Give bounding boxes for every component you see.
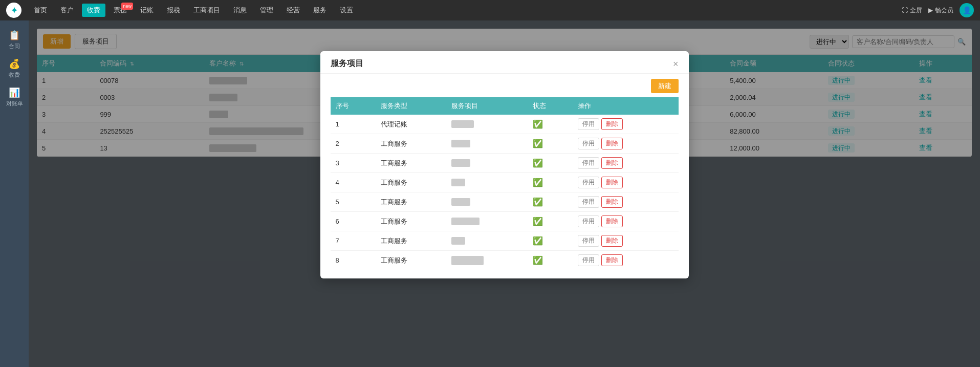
modal-close-button[interactable]: × (673, 59, 679, 69)
member-button[interactable]: ▶ 畅会员 (928, 6, 953, 15)
modal-cell-status: ✅ (528, 231, 573, 251)
nav-item-commerce[interactable]: 工商项目 (188, 4, 225, 17)
modal-overlay: 服务项目 × 新建 序号 服务类型 服务项目 状态 操作 (29, 20, 980, 367)
nav-item-tax[interactable]: 报税 (162, 4, 185, 17)
delete-button[interactable]: 删除 (601, 196, 623, 208)
modal-cell-item: ████注册 (446, 251, 528, 270)
modal-cell-item: ████1 (446, 115, 528, 134)
modal-cell-action: 停用 删除 (573, 231, 679, 251)
status-check-icon: ✅ (533, 256, 543, 265)
modal-cell-seq: 2 (331, 134, 376, 154)
delete-button[interactable]: 删除 (601, 157, 623, 169)
list-item: 4 工商服务 ███ ✅ 停用 删除 (331, 173, 679, 192)
delete-button[interactable]: 删除 (601, 138, 623, 149)
stop-button[interactable]: 停用 (578, 138, 599, 149)
nav-item-home[interactable]: 首页 (29, 4, 52, 17)
sidebar-item-fee[interactable]: 💰 收费 (0, 54, 29, 83)
modal-cell-type: 工商服务 (376, 192, 446, 212)
list-item: 5 工商服务 ████ ✅ 停用 删除 (331, 192, 679, 212)
modal-cell-type: 工商服务 (376, 251, 446, 270)
list-item: 8 工商服务 ████注册 ✅ 停用 删除 (331, 251, 679, 270)
modal-cell-item: ███ (446, 173, 528, 192)
modal-cell-status: ✅ (528, 115, 573, 134)
modal-cell-status: ✅ (528, 212, 573, 231)
stop-button[interactable]: 停用 (578, 118, 599, 130)
nav-item-settings[interactable]: 设置 (335, 4, 358, 17)
avatar[interactable]: 👤 (960, 3, 974, 17)
modal-cell-item: ████ (446, 154, 528, 173)
status-check-icon: ✅ (533, 236, 543, 245)
status-check-icon: ✅ (533, 120, 543, 128)
modal-cell-item: ████ (446, 192, 528, 212)
modal-cell-seq: 6 (331, 212, 376, 231)
modal-cell-status: ✅ (528, 173, 573, 192)
nav-right-area: ⛶ 全屏 ▶ 畅会员 👤 (902, 3, 974, 17)
modal-header: 服务项目 × (320, 51, 689, 74)
status-check-icon: ✅ (533, 139, 543, 148)
nav-item-operation[interactable]: 经营 (281, 4, 305, 17)
modal-cell-action: 停用 删除 (573, 115, 679, 134)
modal-cell-action: 停用 删除 (573, 173, 679, 192)
modal-col-seq: 序号 (331, 97, 376, 115)
delete-button[interactable]: 删除 (601, 235, 623, 247)
modal-cell-action: 停用 删除 (573, 134, 679, 154)
modal-cell-action: 停用 删除 (573, 154, 679, 173)
delete-button[interactable]: 删除 (601, 254, 623, 266)
modal-cell-type: 工商服务 (376, 154, 446, 173)
modal-cell-item: ███ (446, 231, 528, 251)
nav-item-service[interactable]: 服务 (308, 4, 332, 17)
main-content: 新增 服务项目 进行中 已终止 全部 🔍 序号 合同编码 ⇅ 客户名称 ⇅ 服务… (29, 20, 980, 367)
fullscreen-icon: ⛶ (902, 7, 908, 14)
modal-add-button[interactable]: 新建 (651, 79, 679, 93)
stop-button[interactable]: 停用 (578, 196, 599, 208)
stop-button[interactable]: 停用 (578, 157, 599, 169)
status-check-icon: ✅ (533, 198, 543, 206)
modal-cell-status: ✅ (528, 134, 573, 154)
stop-button[interactable]: 停用 (578, 177, 599, 188)
list-item: 1 代理记账 ████1 ✅ 停用 删除 (331, 115, 679, 134)
reconciliation-icon: 📊 (9, 87, 20, 98)
stop-button[interactable]: 停用 (578, 254, 599, 266)
list-item: 2 工商服务 ████ ✅ 停用 删除 (331, 134, 679, 154)
modal-cell-action: 停用 删除 (573, 251, 679, 270)
modal-cell-action: 停用 删除 (573, 192, 679, 212)
delete-button[interactable]: 删除 (601, 118, 623, 130)
modal-cell-status: ✅ (528, 251, 573, 270)
status-check-icon: ✅ (533, 178, 543, 187)
modal-body: 序号 服务类型 服务项目 状态 操作 1 代理记账 ████1 ✅ 停用 删除 … (320, 97, 689, 278)
app-logo: ✦ (6, 3, 21, 18)
modal-cell-type: 工商服务 (376, 212, 446, 231)
modal-cell-type: 工商服务 (376, 134, 446, 154)
sidebar-item-reconciliation[interactable]: 📊 对账单 (0, 83, 29, 112)
nav-item-bookkeeping[interactable]: 记账 (135, 4, 159, 17)
modal-cell-type: 代理记账 (376, 115, 446, 134)
nav-item-client[interactable]: 客户 (55, 4, 79, 17)
fullscreen-button[interactable]: ⛶ 全屏 (902, 6, 922, 15)
modal-cell-action: 停用 删除 (573, 212, 679, 231)
top-navigation: ✦ 首页 客户 收费 票据 new 记账 报税 工商项目 消息 管理 经营 服务… (0, 0, 980, 20)
modal-col-status: 状态 (528, 97, 573, 115)
list-item: 7 工商服务 ███ ✅ 停用 删除 (331, 231, 679, 251)
fee-icon: 💰 (9, 58, 20, 70)
modal-cell-seq: 4 (331, 173, 376, 192)
modal-service-table: 序号 服务类型 服务项目 状态 操作 1 代理记账 ████1 ✅ 停用 删除 … (331, 97, 679, 270)
delete-button[interactable]: 删除 (601, 177, 623, 188)
nav-item-manage[interactable]: 管理 (255, 4, 278, 17)
modal-cell-item: ████ (446, 134, 528, 154)
delete-button[interactable]: 删除 (601, 215, 623, 227)
stop-button[interactable]: 停用 (578, 235, 599, 247)
stop-button[interactable]: 停用 (578, 215, 599, 227)
modal-cell-seq: 3 (331, 154, 376, 173)
nav-item-fee[interactable]: 收费 (82, 4, 105, 17)
modal-cell-type: 工商服务 (376, 173, 446, 192)
member-icon: ▶ (928, 7, 933, 14)
modal-col-action: 操作 (573, 97, 679, 115)
nav-item-invoice[interactable]: 票据 new (108, 4, 132, 17)
service-modal: 服务项目 × 新建 序号 服务类型 服务项目 状态 操作 (320, 51, 689, 278)
modal-title: 服务项目 (331, 58, 363, 69)
nav-item-message[interactable]: 消息 (228, 4, 252, 17)
modal-cell-seq: 8 (331, 251, 376, 270)
sidebar-item-contract[interactable]: 📋 合同 (0, 26, 29, 54)
modal-cell-seq: 1 (331, 115, 376, 134)
modal-col-item: 服务项目 (446, 97, 528, 115)
